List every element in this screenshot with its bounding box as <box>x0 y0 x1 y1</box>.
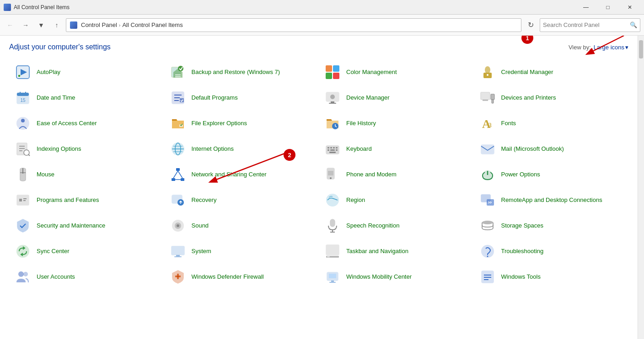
app-icon <box>4 4 11 11</box>
back-button[interactable]: ← <box>4 19 16 32</box>
svg-rect-59 <box>176 168 180 171</box>
svg-text:a: a <box>488 120 492 129</box>
item-credential[interactable]: Credential Manager <box>474 59 629 85</box>
item-region[interactable]: Region <box>319 187 474 213</box>
search-input[interactable] <box>543 21 628 28</box>
icon-troubleshoot <box>478 242 497 260</box>
item-keyboard[interactable]: Keyboard <box>319 136 474 162</box>
icon-region <box>323 191 342 209</box>
label-keyboard: Keyboard <box>346 145 372 153</box>
item-sync[interactable]: Sync Center <box>9 238 164 264</box>
item-datetime[interactable]: 15Date and Time <box>9 85 164 111</box>
address-box[interactable]: Control Panel › All Control Panel Items <box>66 18 521 32</box>
icon-wintools <box>478 268 497 286</box>
item-programs[interactable]: Programs and Features <box>9 187 164 213</box>
label-taskbar: Taskbar and Navigation <box>346 248 408 255</box>
close-button[interactable]: ✕ <box>619 0 640 15</box>
svg-rect-13 <box>333 73 339 79</box>
svg-rect-10 <box>326 65 332 72</box>
item-devices[interactable]: Devices and Printers <box>474 85 629 111</box>
item-ease[interactable]: Ease of Access Center <box>9 111 164 136</box>
item-default[interactable]: Default Programs <box>164 85 319 111</box>
icon-taskbar <box>323 242 342 260</box>
svg-point-7 <box>18 74 21 77</box>
svg-rect-85 <box>176 255 180 256</box>
svg-rect-52 <box>327 149 329 151</box>
label-backup: Backup and Restore (Windows 7) <box>192 69 280 76</box>
svg-point-93 <box>23 272 28 276</box>
breadcrumb: Control Panel › All Control Panel Items <box>70 21 183 29</box>
page-title: Adjust your computer's settings <box>9 43 111 51</box>
icon-datetime: 15 <box>14 89 32 107</box>
svg-rect-79 <box>330 219 335 227</box>
item-autoplay[interactable]: AutoPlay <box>9 59 164 85</box>
icon-recovery <box>169 191 187 209</box>
item-mouse[interactable]: Mouse <box>9 162 164 187</box>
label-devicemgr: Device Manager <box>346 94 390 102</box>
item-network[interactable]: Network and Sharing Center <box>164 162 319 187</box>
minimize-button[interactable]: — <box>575 0 596 15</box>
label-recovery: Recovery <box>192 196 217 204</box>
search-icon-button[interactable]: 🔍 <box>630 21 637 28</box>
svg-rect-34 <box>172 119 177 121</box>
icon-indexing <box>14 140 32 158</box>
search-box[interactable]: 🔍 <box>540 18 640 32</box>
titlebar-title: All Control Panel Items <box>14 4 70 11</box>
item-phone[interactable]: Phone and Modem <box>319 162 474 187</box>
svg-point-16 <box>487 74 488 76</box>
label-sound: Sound <box>192 222 209 230</box>
item-fileexplorer[interactable]: File Explorer Options <box>164 111 319 136</box>
item-fonts[interactable]: AaFonts <box>474 111 629 136</box>
breadcrumb-part-2[interactable]: All Control Panel Items <box>122 21 182 28</box>
item-sound[interactable]: Sound <box>164 213 319 238</box>
item-mail[interactable]: Mail (Microsoft Outlook) <box>474 136 629 162</box>
item-speech[interactable]: Speech Recognition <box>319 213 474 238</box>
svg-line-41 <box>28 154 30 156</box>
label-security: Security and Maintenance <box>37 222 105 230</box>
item-recovery[interactable]: Recovery <box>164 187 319 213</box>
up-button[interactable]: ↑ <box>50 19 63 32</box>
item-troubleshoot[interactable]: Troubleshooting <box>474 238 629 264</box>
refresh-button[interactable]: ↻ <box>524 19 537 32</box>
icon-remoteapp <box>478 191 497 209</box>
maximize-button[interactable]: □ <box>597 0 618 15</box>
label-programs: Programs and Features <box>37 196 99 204</box>
item-winmobility[interactable]: Windows Mobility Center <box>319 264 474 290</box>
item-security[interactable]: Security and Maintenance <box>9 213 164 238</box>
breadcrumb-part-1[interactable]: Control Panel <box>81 21 117 28</box>
item-system[interactable]: System <box>164 238 319 264</box>
svg-rect-95 <box>177 274 179 279</box>
icon-system <box>169 242 187 260</box>
label-storage: Storage Spaces <box>501 222 544 230</box>
label-filehistory: File History <box>346 120 376 127</box>
scrollbar[interactable] <box>638 36 644 339</box>
item-power[interactable]: Power Options <box>474 162 629 187</box>
label-fonts: Fonts <box>501 120 516 127</box>
item-taskbar[interactable]: Taskbar and Navigation <box>319 238 474 264</box>
item-user[interactable]: User Accounts <box>9 264 164 290</box>
item-color[interactable]: Color Management <box>319 59 474 85</box>
icon-fileexplorer <box>169 114 187 132</box>
content-area: 1 Adjust your computer's settings View b… <box>0 36 638 339</box>
svg-rect-89 <box>327 256 330 257</box>
item-internet[interactable]: Internet Options <box>164 136 319 162</box>
label-region: Region <box>346 196 365 204</box>
item-wintools[interactable]: Windows Tools <box>474 264 629 290</box>
item-windefender[interactable]: Windows Defender Firewall <box>164 264 319 290</box>
view-by-dropdown[interactable]: Large icons ▾ <box>594 44 628 51</box>
svg-rect-26 <box>329 103 336 104</box>
item-backup[interactable]: Backup and Restore (Windows 7) <box>164 59 319 85</box>
icon-power <box>478 165 497 184</box>
icon-default <box>169 89 187 107</box>
svg-point-77 <box>177 224 179 227</box>
label-datetime: Date and Time <box>37 94 75 102</box>
svg-line-63 <box>178 171 182 178</box>
item-indexing[interactable]: Indexing Options <box>9 136 164 162</box>
item-filehistory[interactable]: File History <box>319 111 474 136</box>
forward-button[interactable]: → <box>19 19 32 32</box>
item-devicemgr[interactable]: Device Manager <box>319 85 474 111</box>
item-remoteapp[interactable]: RemoteApp and Desktop Connections <box>474 187 629 213</box>
item-storage[interactable]: Storage Spaces <box>474 213 629 238</box>
svg-point-92 <box>18 271 24 277</box>
recent-locations-button[interactable]: ▼ <box>35 19 48 32</box>
